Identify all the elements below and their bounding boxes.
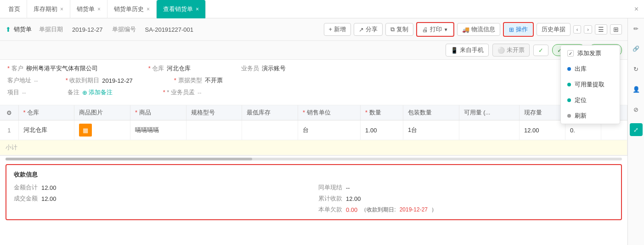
user-icon: 👤 [633,86,640,93]
tab-home[interactable]: 首页 [4,0,27,18]
mobile-button[interactable]: 📱 来自手机 [446,44,489,57]
print-highlight: 🖨 打印 ▼ [416,22,454,37]
row-product: 嗝嗝嗝嗝 [130,120,186,140]
tab-inventory-init[interactable]: 库存期初 × [27,0,70,18]
doc-title-area: ⬆ 销货单 单据日期 2019-12-27 单据编号 SA-20191227-0… [6,25,324,34]
doc-title: ⬆ 销货单 [6,25,32,34]
next-button[interactable]: › [584,25,592,34]
locate-dot-icon [567,98,571,102]
not-open-label: 未开票 [507,46,525,54]
dropdown-qty-pickup[interactable]: 可用量提取 [561,77,620,92]
prev-button[interactable]: ‹ [573,25,582,34]
dropdown-add-invoice[interactable]: ✓ 添加发票 [561,46,620,61]
project-label: 项目 [7,88,19,97]
outbound-label: 出库 [575,65,587,73]
operations-label: 操作 [516,25,528,34]
cumulative-value: 12.00 [346,195,361,202]
payment-col-right: 同单现结 -- 累计收款 12.00 本单欠款 0.00 （收款到期日: 201… [318,183,614,214]
customer-value: 柳州粤港平安气体有限公司 [26,64,98,73]
tab-sales-order[interactable]: 销货单 × [70,0,107,18]
add-button[interactable]: + 新增 [324,23,351,36]
th-sales-unit-required: * [303,109,305,116]
project-field: 项目 -- [7,88,26,97]
action-row: 📱 来自手机 ⚪ 未开票 ✓ ✓ 已核销 ✓ 已生效 [0,41,627,60]
settings-gear-icon: ⚙ [6,109,12,116]
owed-note: （收款到期日: [361,206,395,214]
payment-date-value: 2019-12-27 [102,77,133,84]
check-icon: ✓ [538,47,543,54]
same-order-label: 同单现结 [318,183,342,192]
tab-inventory-init-close[interactable]: × [60,6,63,12]
tab-bar: 首页 库存期初 × 销货单 × 销货单历史 × 查看销货单 × × [0,0,644,18]
refresh-icon-button[interactable]: ↻ [630,63,643,75]
print-button[interactable]: 🖨 打印 ▼ [418,23,453,35]
staff2-value: -- [198,89,202,96]
add-note-button[interactable]: ⊕ 添加备注 [82,88,113,97]
checkmark-button[interactable]: ✓ [533,45,548,56]
owed-row: 本单欠款 0.00 （收款到期日: 2019-12-27 ） [318,205,614,214]
edit-icon: ✏ [633,25,638,32]
dropdown-refresh[interactable]: 刷新 [561,108,620,124]
view-list-button[interactable]: ☰ [595,24,607,34]
copy-button[interactable]: ⧉ 复制 [385,23,413,36]
form-row-2: 客户地址 -- 收款到期日 2019-12-27 票据类型 不开票 [7,76,620,85]
add-invoice-checkbox-icon: ✓ [567,50,574,57]
doc-toolbar: + 新增 ↗ 分享 ⧉ 复制 🖨 打印 ▼ [324,22,622,37]
th-quantity-required: * [365,109,367,116]
not-open-button[interactable]: ⚪ 未开票 [492,44,530,57]
address-value: -- [34,77,38,84]
add-button-label: + 新增 [329,25,346,34]
main-area: ⬆ 销货单 单据日期 2019-12-27 单据编号 SA-20191227-0… [0,18,644,245]
doc-header: ⬆ 销货单 单据日期 2019-12-27 单据编号 SA-20191227-0… [0,18,627,41]
th-product: * 商品 [130,105,186,120]
share-label: 分享 [366,25,378,34]
add-invoice-label: 添加发票 [577,49,601,57]
dropdown-outbound[interactable]: 出库 [561,61,620,77]
user-icon-button[interactable]: 👤 [630,83,643,96]
window-close-button[interactable]: × [634,5,638,13]
note-label: 备注 [68,88,79,97]
total-amount-label: 金额合计 [14,183,38,192]
refresh-dot-icon [567,114,571,118]
payment-col-left: 金额合计 12.00 成交金额 12.00 [14,183,309,214]
operations-button[interactable]: ⊞ 操作 [504,23,532,35]
view-grid-button[interactable]: ⊞ [610,24,622,34]
tab-sales-history[interactable]: 销货单历史 × [107,0,157,18]
history-label: 历史单据 [542,25,565,34]
th-quantity: * 数量 [361,105,403,120]
logistics-button[interactable]: 🚚 物流信息 [457,23,500,36]
star-icon-button[interactable]: ⊘ [630,103,643,116]
note-field: 备注 ⊕ 添加备注 [68,88,113,97]
copy-label: 复制 [396,25,408,34]
outbound-dot-icon [567,67,571,71]
row-sales-unit: 台 [298,120,360,140]
dropdown-locate[interactable]: 定位 [561,92,620,108]
share-button[interactable]: ↗ 分享 [354,23,383,36]
doc-date-value: 2019-12-27 [72,26,103,33]
tab-view-sales[interactable]: 查看销货单 × [157,0,206,18]
tab-view-sales-close[interactable]: × [196,6,199,12]
cumulative-row: 累计收款 12.00 [318,194,614,203]
expand-icon-button[interactable]: ⤢ [630,123,643,136]
horizontal-scrollbar[interactable] [6,158,622,160]
history-button[interactable]: 历史单据 [537,23,571,36]
table-row: 1 河北仓库 ▦ 嗝嗝嗝嗝 台 1.00 [0,120,627,140]
address-label: 客户地址 [7,76,31,85]
tab-sales-order-close[interactable]: × [97,6,101,12]
th-min-stock: 最低库存 [242,105,298,120]
edit-icon-button[interactable]: ✏ [630,22,643,35]
tab-sales-history-close[interactable]: × [147,6,150,12]
ticket-value: 不开票 [205,76,223,85]
customer-label: 客户 [7,64,23,73]
payment-date-label: 收款到期日 [66,76,100,85]
th-product-img: 商品图片 [74,105,130,120]
doc-number-label: 单据编号 [112,25,136,34]
link-icon-button[interactable]: 🔗 [630,42,643,55]
owed-date: 2019-12-27 [400,206,428,213]
product-table: ⚙ * 仓库 商品图片 * 商品 [0,105,627,155]
same-order-row: 同单现结 -- [318,183,614,192]
th-settings[interactable]: ⚙ [0,105,18,120]
transaction-label: 成交金额 [14,194,38,203]
payment-grid: 金额合计 12.00 成交金额 12.00 同单现结 -- [14,183,614,214]
expand-icon: ⤢ [633,126,638,133]
